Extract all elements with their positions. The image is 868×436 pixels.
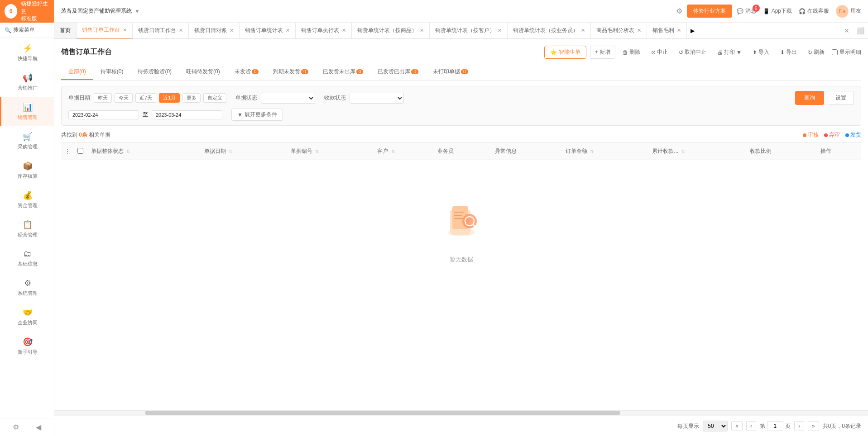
sidebar-item-enterprise[interactable]: 🤝 企业协同 [0, 302, 54, 332]
date-btn-today[interactable]: 今天 [115, 93, 133, 103]
tab-home[interactable]: 首页 [54, 23, 77, 39]
tab-sales-summary-product[interactable]: 销货单统计表（按商品） ✕ [352, 23, 430, 39]
sort-icon-customer[interactable]: ⇅ [391, 149, 395, 154]
message-btn[interactable]: 💬 消息 6 [737, 7, 756, 15]
import-button[interactable]: ⬆ 导入 [749, 46, 773, 58]
sidebar-item-finance[interactable]: 💰 资金管理 [0, 185, 54, 214]
filter-tab-all[interactable]: 全部(0) [61, 64, 93, 80]
filter-tab-not-printed[interactable]: 未打印单据0 [426, 64, 475, 80]
date-from-input[interactable] [68, 110, 139, 119]
page-size-select[interactable]: 50 20 100 [703, 421, 728, 431]
tab-cash-reconcile[interactable]: 钱货日清对账 ✕ [189, 23, 240, 39]
scroll-thumb[interactable] [145, 411, 620, 415]
prev-page-btn[interactable]: ‹ [746, 421, 756, 431]
date-to-input[interactable] [152, 110, 222, 119]
topbar: 装备及固定资产辅助管理系统 ▼ ⚙ 体验行业方案 💬 消息 6 📱 App下载 … [54, 0, 868, 23]
online-service-btn[interactable]: 🎧 在线客服 [799, 7, 829, 15]
sort-icon-amount[interactable]: ⇅ [590, 149, 594, 154]
app-download-btn[interactable]: 📱 App下载 [763, 7, 792, 15]
tab-sales-summary-customer[interactable]: 销货单统计表（按客户） ✕ [430, 23, 508, 39]
suspend-button[interactable]: ⊘ 中止 [647, 46, 671, 58]
sidebar-search[interactable]: 🔍 搜索菜单 [0, 23, 54, 38]
show-detail-checkbox[interactable]: 显示明细 [832, 48, 861, 56]
industry-solution-button[interactable]: 体验行业方案 [687, 5, 732, 18]
tabbar-close-btn[interactable]: ✕ [840, 23, 853, 39]
print-button[interactable]: 🖨 打印 ▼ [714, 46, 745, 58]
sort-icon-date[interactable]: ⇅ [229, 149, 232, 154]
filter-tab-shipped-no-out[interactable]: 已发货未出库0 [316, 64, 371, 80]
sort-icon-status[interactable]: ⇅ [126, 149, 130, 154]
tab-sales-stats[interactable]: 销售订单统计表 ✕ [240, 23, 296, 39]
next-page-btn[interactable]: › [794, 421, 804, 431]
tab-close-sales-summary-customer[interactable]: ✕ [498, 28, 502, 33]
sidebar-item-inventory[interactable]: 📦 库存核算 [0, 156, 54, 185]
sort-icon-number[interactable]: ⇅ [315, 149, 319, 154]
tab-close-sales-stats[interactable]: ✕ [286, 28, 290, 33]
ship-action-btn[interactable]: 发货 [845, 131, 861, 139]
sidebar-item-quick-nav[interactable]: ⚡ 快捷导航 [0, 38, 54, 67]
sort-icon-received[interactable]: ⇅ [681, 149, 685, 154]
export-icon: ⬇ [780, 49, 785, 56]
sidebar-item-guide[interactable]: 🎯 新手引导 [0, 332, 54, 361]
tab-close-sales-workbench[interactable]: ✕ [123, 27, 127, 33]
pagination: 每页显示 50 20 100 « ‹ 第 页 › » 共0页，0条记录 [54, 416, 868, 436]
sidebar-nav: ⚡ 快捷导航 📢 营销推广 📊 销售管理 🛒 采购管理 📦 库存核算 💰 资金管… [0, 38, 54, 418]
cancel-suspend-button[interactable]: ↺ 取消中止 [675, 46, 710, 58]
setting-button[interactable]: 设置 [828, 91, 854, 105]
query-button[interactable]: 查询 [795, 91, 824, 105]
date-btn-custom[interactable]: 自定义 [203, 93, 226, 103]
expand-conditions-btn[interactable]: ▼ 展开更多条件 [231, 109, 283, 121]
status-select[interactable] [261, 93, 315, 104]
select-all-checkbox[interactable] [77, 148, 83, 154]
tab-close-sales-profit[interactable]: ✕ [677, 28, 681, 33]
user-menu-btn[interactable]: Ea 用友 [836, 5, 861, 18]
filter-tab-not-shipped[interactable]: 未发货0 [227, 64, 266, 80]
review-action-btn[interactable]: 审核 [803, 131, 819, 139]
export-button[interactable]: ⬇ 导出 [777, 46, 801, 58]
sidebar-item-base-info[interactable]: 🗂 基础信息 [0, 244, 54, 273]
tab-sales-profit[interactable]: 销售毛利 ✕ [647, 23, 687, 39]
last-page-btn[interactable]: » [808, 421, 819, 431]
tab-close-sales-exec[interactable]: ✕ [342, 28, 346, 33]
tab-cash-daily[interactable]: 钱货日清工作台 ✕ [133, 23, 189, 39]
tab-close-sales-summary-product[interactable]: ✕ [420, 28, 424, 33]
date-btn-1month[interactable]: 近1月 [159, 93, 180, 103]
topbar-title-arrow: ▼ [134, 8, 140, 14]
payment-select[interactable] [350, 93, 404, 104]
sidebar-settings-btn[interactable]: ⚙ [13, 423, 19, 431]
sidebar-item-sales[interactable]: 📊 销售管理 [0, 97, 54, 126]
page-number-input[interactable] [767, 421, 783, 431]
sidebar-collapse-btn[interactable]: ◀ [36, 423, 41, 431]
tabbar-more-btn[interactable]: ▶ [687, 28, 698, 34]
topbar-gear-icon[interactable]: ⚙ [676, 7, 682, 15]
tab-sales-workbench[interactable]: 销售订单工作台 ✕ [77, 23, 133, 39]
horizontal-scrollbar[interactable] [54, 410, 868, 416]
tabbar-restore-btn[interactable]: ⬜ [853, 23, 868, 39]
show-detail-input[interactable] [832, 49, 838, 55]
tab-close-cash-reconcile[interactable]: ✕ [230, 28, 234, 33]
filter-tab-pending-review[interactable]: 待审核(0) [93, 64, 131, 80]
tab-close-cash-daily[interactable]: ✕ [179, 28, 183, 33]
tab-margin-analysis[interactable]: 商品毛利分析表 ✕ [591, 23, 647, 39]
delete-button[interactable]: 🗑 删除 [619, 46, 644, 58]
cancel-review-action-btn[interactable]: 弃审 [824, 131, 840, 139]
date-btn-more[interactable]: 更多 [182, 93, 201, 103]
sidebar-item-purchase[interactable]: 🛒 采购管理 [0, 126, 54, 156]
tab-close-sales-summary-staff[interactable]: ✕ [581, 28, 585, 33]
first-page-btn[interactable]: « [731, 421, 743, 431]
filter-tab-pending-inspect[interactable]: 待拣货验货(0) [130, 64, 179, 80]
filter-tab-shipped-out[interactable]: 已发货已出库0 [370, 64, 426, 80]
date-btn-7days[interactable]: 近7天 [135, 93, 156, 103]
sidebar-item-system[interactable]: ⚙ 系统管理 [0, 273, 54, 302]
tab-close-margin-analysis[interactable]: ✕ [637, 28, 641, 33]
filter-tab-overdue-ship[interactable]: 到期未发货0 [266, 64, 316, 80]
tab-sales-summary-staff[interactable]: 销货单统计表（按业务员） ✕ [508, 23, 591, 39]
date-btn-yesterday[interactable]: 昨天 [94, 93, 112, 103]
add-button[interactable]: + 新增 [590, 46, 615, 59]
filter-tab-wangpu-pending[interactable]: 旺铺待发货(0) [179, 64, 227, 80]
refresh-button[interactable]: ↻ 刷新 [804, 46, 828, 58]
smart-gen-button[interactable]: ⭐ 智能生单 [544, 46, 586, 59]
sidebar-item-marketing[interactable]: 📢 营销推广 [0, 67, 54, 97]
sidebar-item-operations[interactable]: 📋 经营管理 [0, 214, 54, 244]
tab-sales-exec[interactable]: 销售订单执行表 ✕ [296, 23, 352, 39]
